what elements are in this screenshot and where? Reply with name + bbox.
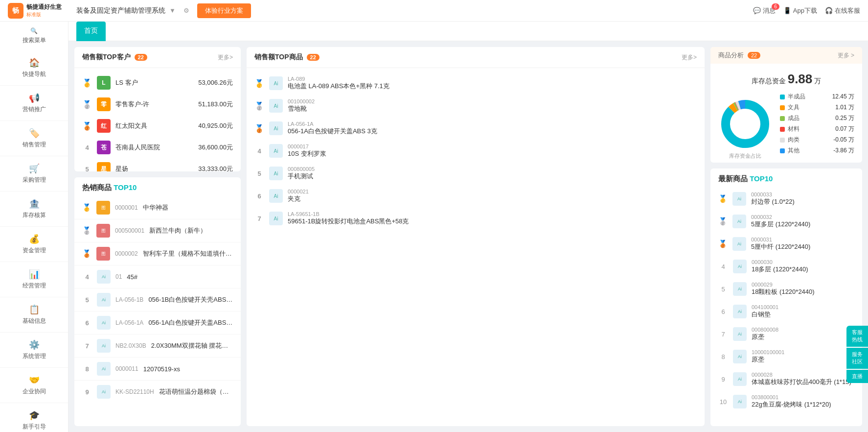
sidebar-item-management[interactable]: 📊 经营管理: [0, 262, 68, 297]
customer-rank-list: 🥇 L LS 客户 53,006.26元 🥈 零 零售客户-许 51,183.0…: [74, 68, 241, 171]
product-image: Ai: [269, 167, 283, 180]
sidebar-item-sales[interactable]: 🏷️ 销售管理: [0, 121, 68, 156]
product-rank-item: 4 Ai 0000017 10S 变利罗浆: [247, 140, 705, 162]
topbar: 畅 畅捷通好生意 标准版 装备及固定资产辅助管理系统 ▼ ⚙ 体验行业方案 💬 …: [0, 0, 868, 22]
legend-dot: [780, 95, 785, 99]
product-rank-item: 🥈 Ai 001000002 雪地靴: [247, 95, 705, 117]
product-code: LA-056-1A: [288, 121, 697, 127]
customer-rank-header: 销售额TOP客户 22 更多>: [74, 47, 241, 68]
legend-item: 文具 1.01 万: [780, 103, 854, 112]
product-code: 0000028: [752, 372, 854, 378]
product-code: 0000029: [752, 282, 854, 288]
sidebar-item-collaboration[interactable]: 🤝 企业协同: [0, 368, 68, 403]
system-dropdown-icon[interactable]: ▼: [169, 7, 176, 14]
product-name: 体城嘉枝味苏打饮品400毫升 (1*15): [752, 378, 854, 386]
inventory-top-label: 商品分析 22: [718, 51, 760, 60]
sidebar-item-finance[interactable]: 💰 资金管理: [0, 227, 68, 262]
product-name: 056-1A白色按键开关盖ABS 3克: [148, 318, 233, 327]
rank-number: 6: [254, 192, 264, 200]
newest-product-item: 8 Ai 10000100001 原垄: [710, 345, 862, 368]
sidebar-item-marketing[interactable]: 📢 营销推广: [0, 86, 68, 121]
product-info: 004100001 白钢垫: [752, 304, 854, 319]
basic-info-icon: 📋: [29, 304, 40, 315]
product-image: Ai: [269, 99, 283, 113]
customer-rank-item: 🥈 零 零售客户-许 51,183.00元: [74, 94, 241, 115]
search-menu[interactable]: 🔍 搜索菜单: [0, 22, 68, 50]
product-name: 056-1A白色按键开关盖ABS 3克: [288, 127, 697, 136]
product-info: 0000030 18多层 (1220*2440): [752, 259, 854, 274]
product-rank-list: 🥇 Ai LA-089 电池盖 LA-089 ABS本色+黑种 7.1克 🥈 A…: [247, 68, 705, 426]
sidebar-item-inventory[interactable]: 🏦 库存核算: [0, 192, 68, 227]
system-icon: ⚙️: [29, 339, 40, 350]
inventory-legend: 半成品 12.45 万 文具 1.01 万 成品 0.25 万 材料 0.07 …: [780, 93, 854, 155]
product-name: 封边带 (1.0*22): [751, 197, 854, 206]
product-image: Ai: [97, 316, 111, 330]
hot-product-item: 5 Ai LA-056-1B 056-1B白色按键开关壳ABS2克: [74, 288, 241, 312]
product-info: 000800008 原垄: [752, 327, 854, 341]
product-image: Ai: [269, 121, 283, 135]
content-area: 首页 销售额TOP客户 22 更多> 🥇 L L: [69, 22, 868, 432]
customer-value: 36,600.00元: [198, 143, 233, 152]
rank-avatar: 零: [97, 97, 111, 111]
product-code: 0000001: [115, 204, 138, 211]
rank-number: 5: [718, 286, 728, 293]
product-name: 新西兰牛肉（新牛）: [149, 226, 233, 235]
tab-home[interactable]: 首页: [76, 22, 106, 41]
sidebar-item-quicknav[interactable]: 🏠 快捷导航: [0, 50, 68, 86]
main-layout: 🔍 搜索菜单 🏠 快捷导航 📢 营销推广 🏷️ 销售管理 🛒 采购管理 🏦 库存…: [0, 22, 868, 432]
legend-name: 半成品: [788, 93, 829, 101]
product-code: 0000021: [288, 189, 697, 194]
svg-point-0: [726, 104, 765, 144]
product-image: Ai: [732, 215, 746, 228]
legend-dot: [780, 116, 785, 121]
product-code: LA-056-1A: [115, 319, 143, 326]
customer-rank-item: 5 星 星扬 33,333.00元: [74, 158, 241, 171]
product-rank-more[interactable]: 更多>: [682, 53, 697, 62]
customer-rank-item: 🥉 红 红太阳文具 40,925.00元: [74, 115, 241, 137]
product-image: Ai: [269, 144, 283, 158]
app-icon: 📱: [783, 7, 791, 14]
cs-hotline-button[interactable]: 客服热线: [846, 326, 868, 347]
inventory-top-bar: 商品分析 22 更多 >: [710, 47, 862, 64]
rank-avatar: 红: [97, 119, 111, 133]
cs-community-button[interactable]: 服务社区: [846, 348, 868, 369]
customer-rank-more[interactable]: 更多>: [218, 53, 233, 62]
trial-button[interactable]: 体验行业方案: [197, 3, 251, 18]
rank-number: 4: [254, 147, 264, 155]
legend-item: 半成品 12.45 万: [780, 93, 854, 101]
legend-value: 0.07 万: [835, 125, 854, 133]
customer-name: 零售客户-许: [115, 100, 193, 109]
rank-number: 5: [82, 296, 92, 304]
product-image: Ai: [733, 372, 747, 386]
cs-live-button[interactable]: 直播: [846, 370, 868, 383]
hot-product-item: 7 Ai NB2.0X30B 2.0X30MM双摆花轴 摆花直径2.1MM/RO…: [74, 335, 241, 358]
sidebar-item-guide[interactable]: 🎓 新手引导: [0, 403, 68, 432]
customer-value: 53,006.26元: [198, 78, 233, 87]
product-name: 12070519-xs: [143, 365, 233, 373]
sidebar-item-purchase[interactable]: 🛒 采购管理: [0, 156, 68, 192]
sidebar-item-system[interactable]: ⚙️ 系统管理: [0, 333, 68, 368]
app-download-button[interactable]: 📱 App下载: [783, 6, 817, 15]
product-code: 004100001: [752, 304, 854, 310]
product-image: Ai: [97, 385, 111, 399]
product-image: Ai: [97, 270, 111, 284]
online-service-button[interactable]: 🎧 在线客服: [825, 6, 860, 15]
newest-product-item: 🥈 Ai 0000032 5厘多层 (1220*2440): [710, 210, 862, 233]
product-name: 原垄: [752, 333, 854, 341]
product-name: 18颗粒板 (1220*2440): [752, 288, 854, 296]
product-name: 智利车子里（规格不知道填什么）: [143, 249, 233, 258]
product-code: LA-089: [288, 76, 697, 82]
hot-products-panel: 热销商品 TOP10 🥇 图 0000001 中华神器 🥈 图 00050000…: [74, 177, 241, 426]
legend-item: 肉类 -0.05 万: [780, 136, 854, 144]
messages-button[interactable]: 💬 消息 6: [753, 6, 776, 15]
product-name: 45#: [127, 273, 233, 281]
product-code: 0000017: [288, 144, 697, 149]
medal-silver-icon: 🥈: [254, 101, 264, 111]
settings-icon[interactable]: ⚙: [180, 4, 193, 18]
product-code: LA-056-1B: [115, 296, 143, 303]
product-image: Ai: [733, 350, 747, 363]
inventory-details: 库存总资金 9.88 万: [710, 64, 862, 163]
guide-icon: 🎓: [29, 410, 40, 421]
sidebar-item-basic-info[interactable]: 📋 基础信息: [0, 297, 68, 333]
rank-number: 7: [718, 331, 728, 338]
